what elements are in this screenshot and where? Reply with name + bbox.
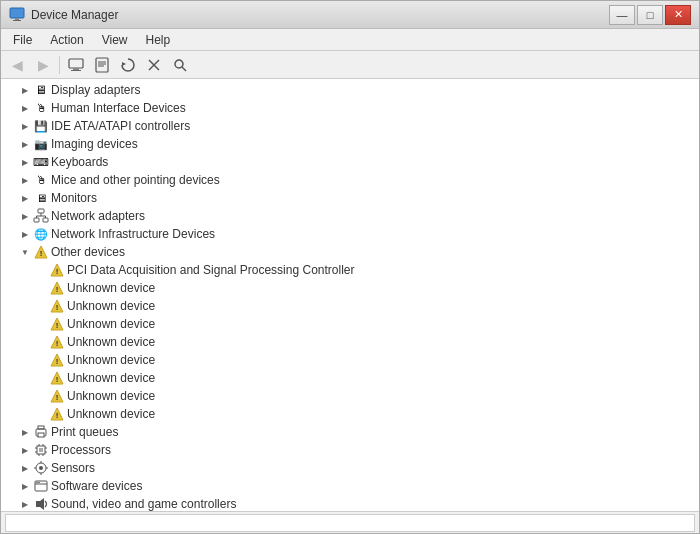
svg-rect-0 [10, 8, 24, 18]
label-hid: Human Interface Devices [51, 101, 186, 115]
expander-mice[interactable] [17, 172, 33, 188]
expander-monitors[interactable] [17, 190, 33, 206]
tree-item-infra[interactable]: Network Infrastructure Devices [1, 225, 699, 243]
menu-action[interactable]: Action [42, 31, 91, 49]
expander-unknown-7 [33, 388, 49, 404]
svg-rect-3 [69, 59, 83, 68]
label-network: Network adapters [51, 209, 145, 223]
svg-text:!: ! [40, 249, 43, 258]
tree-item-display[interactable]: Display adapters [1, 81, 699, 99]
tree-item-processors[interactable]: Processors [1, 441, 699, 459]
unknown-4-icon: ! [49, 334, 65, 350]
hid-icon [33, 100, 49, 116]
tree-item-unknown-7[interactable]: ! Unknown device [1, 387, 699, 405]
label-unknown-7: Unknown device [67, 389, 155, 403]
forward-button[interactable]: ▶ [31, 54, 55, 76]
ide-icon [33, 118, 49, 134]
expander-unknown-8 [33, 406, 49, 422]
expander-sound[interactable] [17, 496, 33, 511]
svg-text:!: ! [56, 357, 59, 366]
svg-rect-16 [34, 218, 39, 222]
svg-text:!: ! [56, 321, 59, 330]
expander-unknown-2 [33, 298, 49, 314]
svg-text:!: ! [56, 393, 59, 402]
tree-item-software[interactable]: Software devices [1, 477, 699, 495]
tree-item-monitors[interactable]: Monitors [1, 189, 699, 207]
tree-item-unknown-2[interactable]: ! Unknown device [1, 297, 699, 315]
svg-rect-44 [38, 433, 44, 437]
update-button[interactable] [116, 54, 140, 76]
pci-icon: ! [49, 262, 65, 278]
scan-button[interactable] [168, 54, 192, 76]
svg-text:!: ! [56, 411, 59, 420]
unknown-8-icon: ! [49, 406, 65, 422]
maximize-button[interactable]: □ [637, 5, 663, 25]
computer-button[interactable] [64, 54, 88, 76]
tree-item-print[interactable]: Print queues [1, 423, 699, 441]
expander-ide[interactable] [17, 118, 33, 134]
tree-item-other[interactable]: ! Other devices [1, 243, 699, 261]
tree-item-network[interactable]: Network adapters [1, 207, 699, 225]
device-tree[interactable]: Display adapters Human Interface Devices… [1, 79, 699, 511]
menu-view[interactable]: View [94, 31, 136, 49]
menu-help[interactable]: Help [138, 31, 179, 49]
expander-hid[interactable] [17, 100, 33, 116]
close-button[interactable]: ✕ [665, 5, 691, 25]
label-monitors: Monitors [51, 191, 97, 205]
expander-pci [33, 262, 49, 278]
svg-rect-46 [39, 448, 43, 452]
expander-unknown-4 [33, 334, 49, 350]
svg-marker-10 [122, 62, 126, 66]
status-text [5, 514, 695, 532]
expander-display[interactable] [17, 82, 33, 98]
expander-unknown-5 [33, 352, 49, 368]
svg-rect-4 [73, 68, 79, 70]
uninstall-button[interactable] [142, 54, 166, 76]
tree-item-unknown-3[interactable]: ! Unknown device [1, 315, 699, 333]
properties-button[interactable] [90, 54, 114, 76]
label-print: Print queues [51, 425, 118, 439]
tree-item-unknown-1[interactable]: ! Unknown device [1, 279, 699, 297]
svg-rect-5 [71, 70, 81, 71]
unknown-7-icon: ! [49, 388, 65, 404]
tree-item-sound[interactable]: Sound, video and game controllers [1, 495, 699, 511]
tree-item-mice[interactable]: Mice and other pointing devices [1, 171, 699, 189]
back-button[interactable]: ◀ [5, 54, 29, 76]
menu-file[interactable]: File [5, 31, 40, 49]
label-infra: Network Infrastructure Devices [51, 227, 215, 241]
tree-item-unknown-8[interactable]: ! Unknown device [1, 405, 699, 423]
tree-item-hid[interactable]: Human Interface Devices [1, 99, 699, 117]
expander-imaging[interactable] [17, 136, 33, 152]
expander-software[interactable] [17, 478, 33, 494]
toolbar: ◀ ▶ [1, 51, 699, 79]
expander-print[interactable] [17, 424, 33, 440]
label-display: Display adapters [51, 83, 140, 97]
expander-keyboards[interactable] [17, 154, 33, 170]
network-icon [33, 208, 49, 224]
expander-other[interactable] [17, 244, 33, 260]
software-icon [33, 478, 49, 494]
expander-infra[interactable] [17, 226, 33, 242]
label-unknown-4: Unknown device [67, 335, 155, 349]
tree-item-sensors[interactable]: Sensors [1, 459, 699, 477]
tree-item-unknown-5[interactable]: ! Unknown device [1, 351, 699, 369]
tree-item-unknown-4[interactable]: ! Unknown device [1, 333, 699, 351]
label-unknown-2: Unknown device [67, 299, 155, 313]
mouse-icon [33, 172, 49, 188]
unknown-3-icon: ! [49, 316, 65, 332]
label-unknown-3: Unknown device [67, 317, 155, 331]
tree-item-ide[interactable]: IDE ATA/ATAPI controllers [1, 117, 699, 135]
svg-text:!: ! [56, 303, 59, 312]
tree-item-pci[interactable]: ! PCI Data Acquisition and Signal Proces… [1, 261, 699, 279]
svg-text:!: ! [56, 285, 59, 294]
svg-point-64 [38, 482, 40, 484]
unknown-6-icon: ! [49, 370, 65, 386]
tree-item-imaging[interactable]: Imaging devices [1, 135, 699, 153]
tree-item-unknown-6[interactable]: ! Unknown device [1, 369, 699, 387]
tree-item-keyboards[interactable]: Keyboards [1, 153, 699, 171]
expander-sensors[interactable] [17, 460, 33, 476]
expander-processors[interactable] [17, 442, 33, 458]
expander-unknown-3 [33, 316, 49, 332]
expander-network[interactable] [17, 208, 33, 224]
minimize-button[interactable]: — [609, 5, 635, 25]
